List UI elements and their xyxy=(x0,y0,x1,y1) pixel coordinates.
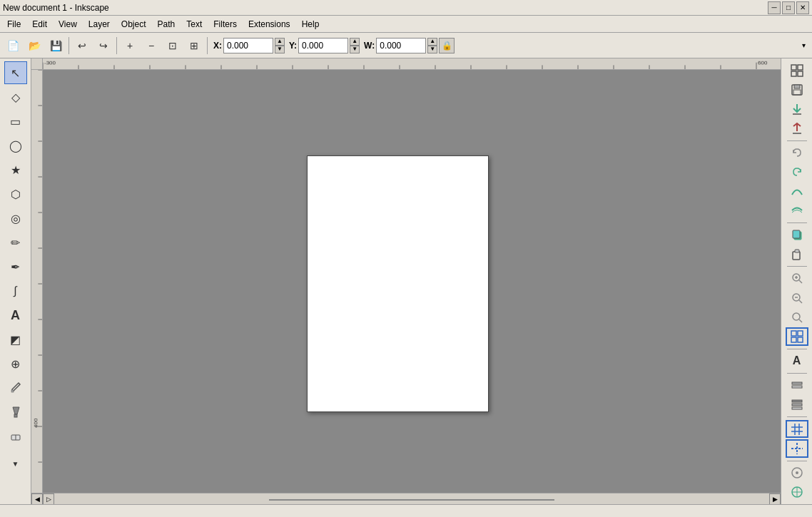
zoom-in-right-button[interactable] xyxy=(786,270,808,287)
menu-item-view[interactable]: View xyxy=(53,18,83,31)
w-input[interactable] xyxy=(376,38,426,53)
new-button[interactable]: 📄 xyxy=(3,36,23,56)
connector-tool[interactable]: ⊕ xyxy=(4,352,27,375)
selector-tool[interactable]: ↖ xyxy=(4,61,27,84)
zoom-page-button[interactable]: ⊞ xyxy=(184,36,204,56)
close-button[interactable]: ✕ xyxy=(796,1,809,14)
curve1-button[interactable] xyxy=(786,183,808,200)
svg-rect-4 xyxy=(791,65,796,70)
undo-button[interactable]: ↩ xyxy=(72,36,92,56)
menu-item-layer[interactable]: Layer xyxy=(83,18,116,31)
x-spin-up[interactable]: ▲ xyxy=(275,38,285,46)
svg-rect-5 xyxy=(798,65,803,70)
star-tool[interactable]: ★ xyxy=(4,158,27,181)
snap-export-button[interactable] xyxy=(786,119,808,137)
hscroll-thumb[interactable] xyxy=(269,499,555,501)
zoom-fit-button[interactable]: ⊡ xyxy=(163,36,183,56)
zoom-fit-right-button[interactable] xyxy=(786,308,808,326)
calligraphy-tool[interactable]: ∫ xyxy=(4,280,27,302)
3dbox-tool[interactable]: ⬡ xyxy=(4,183,27,205)
menu-item-extensions[interactable]: Extensions xyxy=(243,18,296,31)
minimize-button[interactable]: ─ xyxy=(768,1,781,14)
svg-point-42 xyxy=(796,471,798,474)
snap-save-button[interactable] xyxy=(786,81,808,98)
toolbar-sep1 xyxy=(68,37,69,54)
obj-snap1-button[interactable] xyxy=(786,464,808,482)
horizontal-scrollbar[interactable]: ◀ ▷ ▶ xyxy=(31,493,781,504)
zoom-out-button[interactable]: − xyxy=(141,36,161,56)
hscroll-right[interactable]: ▶ xyxy=(769,493,781,505)
right-sep1 xyxy=(787,140,807,141)
guide-button[interactable] xyxy=(786,439,808,458)
text-tool[interactable]: A xyxy=(4,304,27,327)
redo-snap-button[interactable] xyxy=(786,163,808,181)
snap-import-button[interactable] xyxy=(786,100,808,118)
rect-tool[interactable]: ▭ xyxy=(4,110,27,133)
layer2-button[interactable] xyxy=(786,396,808,414)
x-spin-down[interactable]: ▼ xyxy=(275,46,285,53)
redo-button[interactable]: ↪ xyxy=(93,36,113,56)
layer1-button[interactable] xyxy=(786,377,808,394)
y-spin-down[interactable]: ▼ xyxy=(350,46,360,53)
dropper-tool[interactable] xyxy=(4,377,27,399)
eraser-tool[interactable] xyxy=(4,425,27,448)
menu-item-file[interactable]: File xyxy=(1,18,26,31)
right-area: A xyxy=(781,58,812,504)
right-sep6 xyxy=(787,416,807,417)
node-tool[interactable]: ◇ xyxy=(4,86,27,108)
svg-rect-34 xyxy=(792,407,802,409)
menu-item-edit[interactable]: Edit xyxy=(26,18,53,31)
curve2-button[interactable] xyxy=(786,202,808,220)
w-spin-down[interactable]: ▼ xyxy=(427,46,437,53)
expand-scroll-left[interactable]: ▷ xyxy=(43,493,54,505)
pen-tool[interactable]: ✒ xyxy=(4,255,27,278)
gradient-tool[interactable]: ◩ xyxy=(4,328,27,351)
expand-tools-button[interactable]: ▼ xyxy=(4,452,27,475)
menu-item-filters[interactable]: Filters xyxy=(208,18,243,31)
svg-rect-28 xyxy=(791,337,796,342)
spiral-tool[interactable]: ◎ xyxy=(4,207,27,230)
menu-item-path[interactable]: Path xyxy=(152,18,181,31)
toolbar-expand[interactable]: ▾ xyxy=(798,40,809,51)
ellipse-tool[interactable]: ◯ xyxy=(4,134,27,157)
y-spin-up[interactable]: ▲ xyxy=(350,38,360,46)
canvas-scroll[interactable] xyxy=(43,70,781,493)
menu-item-help[interactable]: Help xyxy=(296,18,325,31)
svg-line-25 xyxy=(799,319,802,322)
w-spin-up[interactable]: ▲ xyxy=(427,38,437,46)
maximize-button[interactable]: □ xyxy=(782,1,795,14)
hscroll-left[interactable]: ◀ xyxy=(31,493,43,505)
open-button[interactable]: 📂 xyxy=(24,36,44,56)
svg-rect-32 xyxy=(792,400,802,402)
menu-item-object[interactable]: Object xyxy=(116,18,152,31)
x-label: X: xyxy=(213,41,222,51)
paste-button[interactable] xyxy=(786,245,808,263)
snap-enable-button[interactable] xyxy=(786,61,808,79)
svg-rect-27 xyxy=(798,331,803,336)
y-input[interactable] xyxy=(298,38,348,53)
x-coord-group: X: ▲ ▼ xyxy=(213,38,285,53)
canvas-background xyxy=(43,70,781,493)
canvas-row xyxy=(31,70,781,493)
pencil-tool[interactable]: ✏ xyxy=(4,231,27,254)
fill-tool[interactable] xyxy=(4,401,27,424)
right-sep4 xyxy=(787,349,807,349)
obj-snap2-button[interactable] xyxy=(786,483,808,501)
y-spin: ▲ ▼ xyxy=(350,38,360,53)
menu-item-text[interactable]: Text xyxy=(181,18,208,31)
svg-rect-30 xyxy=(792,382,802,384)
zoom-out-right-button[interactable] xyxy=(786,289,808,307)
right-sep5 xyxy=(787,373,807,374)
right-sep2 xyxy=(787,222,807,223)
save-button[interactable]: 💾 xyxy=(46,36,66,56)
grid-view-button[interactable] xyxy=(786,420,808,439)
zoom-grid-button[interactable] xyxy=(786,327,808,346)
zoom-in-button[interactable]: + xyxy=(120,36,140,56)
x-spin: ▲ ▼ xyxy=(275,38,285,53)
lock-aspect-button[interactable]: 🔒 xyxy=(439,38,455,53)
text-right-button[interactable]: A xyxy=(786,352,808,370)
undo-snap-button[interactable] xyxy=(786,143,808,161)
copy-button[interactable] xyxy=(786,226,808,244)
x-input[interactable] xyxy=(223,38,273,53)
svg-rect-29 xyxy=(798,337,803,342)
